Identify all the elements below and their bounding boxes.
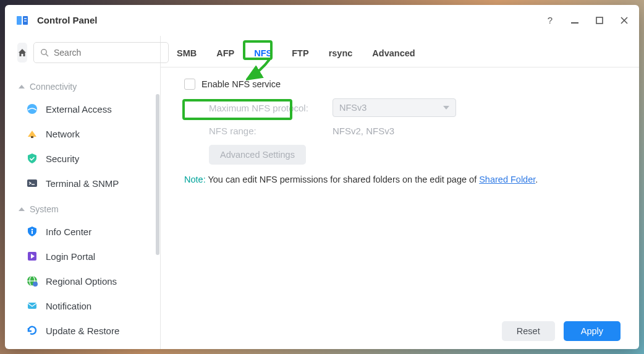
main: SMB AFP NFS FTP rsync Advanced Enable NF…	[161, 36, 639, 349]
sidebar-item-network[interactable]: Network	[5, 121, 160, 146]
search-box[interactable]	[33, 42, 169, 63]
svg-line-9	[46, 54, 48, 56]
app-icon	[15, 13, 30, 28]
content: Enable NFS service Maximum NFS protocol:…	[161, 67, 639, 313]
terminal-icon	[26, 177, 38, 189]
chevron-down-icon	[443, 106, 449, 110]
svg-rect-5	[596, 17, 603, 24]
sidebar-item-regional[interactable]: Regional Options	[5, 269, 160, 293]
advanced-settings-wrap: Advanced Settings	[209, 145, 621, 165]
sidebar-item-label: Info Center	[46, 227, 91, 237]
sidebar-item-login-portal[interactable]: Login Portal	[5, 244, 160, 269]
home-button[interactable]	[17, 43, 27, 63]
security-icon	[26, 152, 38, 165]
apply-button[interactable]: Apply	[564, 321, 621, 341]
tab-ftp[interactable]: FTP	[290, 46, 310, 61]
control-panel-window: Control Panel ? Connectivity	[5, 5, 639, 349]
sidebar-item-label: Terminal & SNMP	[46, 178, 119, 189]
sidebar-item-terminal[interactable]: Terminal & SNMP	[5, 171, 160, 196]
sidebar-item-label: Security	[46, 153, 79, 164]
sidebar: Connectivity External Access Network Sec…	[5, 36, 161, 349]
advanced-settings-button[interactable]: Advanced Settings	[209, 145, 306, 165]
svg-rect-2	[24, 18, 27, 19]
nfs-range-label: NFS range:	[209, 126, 333, 136]
tabs: SMB AFP NFS FTP rsync Advanced	[161, 36, 639, 67]
section-connectivity[interactable]: Connectivity	[5, 73, 160, 97]
nfs-range-value: NFSv2, NFSv3	[333, 126, 394, 136]
sidebar-item-notification[interactable]: Notification	[5, 293, 160, 318]
max-protocol-label: Maximum NFS protocol:	[209, 103, 333, 113]
svg-point-20	[33, 282, 38, 287]
section-label: Connectivity	[30, 82, 77, 92]
enable-nfs-checkbox[interactable]	[184, 79, 195, 90]
enable-nfs-label: Enable NFS service	[201, 79, 281, 89]
body: Connectivity External Access Network Sec…	[5, 36, 639, 349]
regional-icon	[26, 275, 38, 287]
section-label: System	[30, 204, 59, 214]
external-access-icon	[26, 103, 38, 115]
max-protocol-dropdown[interactable]: NFSv3	[333, 98, 456, 117]
svg-rect-15	[32, 231, 33, 234]
nfs-range-row: NFS range: NFSv2, NFSv3	[209, 126, 621, 136]
svg-rect-0	[17, 16, 22, 25]
sidebar-top	[5, 36, 160, 69]
enable-nfs-row: Enable NFS service	[184, 79, 621, 90]
sidebar-item-update[interactable]: Update & Restore	[5, 318, 160, 343]
svg-rect-21	[28, 303, 36, 309]
info-icon	[26, 225, 38, 238]
window-controls: ?	[545, 15, 629, 25]
dropdown-value: NFSv3	[339, 103, 366, 113]
footer: Reset Apply	[161, 313, 639, 349]
close-button[interactable]	[619, 15, 629, 25]
sidebar-item-label: Network	[46, 129, 80, 139]
chevron-up-icon	[19, 207, 25, 211]
svg-rect-3	[24, 20, 27, 22]
home-icon	[17, 48, 27, 58]
search-icon	[40, 48, 49, 57]
chevron-up-icon	[19, 85, 25, 88]
sidebar-scroll[interactable]: Connectivity External Access Network Sec…	[5, 69, 160, 349]
network-icon	[26, 127, 38, 140]
search-input[interactable]	[49, 48, 162, 58]
tab-smb[interactable]: SMB	[176, 46, 198, 61]
notification-icon	[26, 300, 38, 312]
svg-rect-4	[571, 22, 578, 24]
note-label: Note:	[184, 175, 206, 184]
svg-rect-12	[27, 179, 37, 187]
sidebar-item-info-center[interactable]: Info Center	[5, 219, 160, 244]
reset-button[interactable]: Reset	[502, 321, 555, 341]
note-tail: .	[535, 175, 538, 184]
scrollbar-thumb[interactable]	[156, 94, 159, 255]
sidebar-item-security[interactable]: Security	[5, 146, 160, 171]
sidebar-item-label: Notification	[46, 301, 91, 311]
tab-advanced[interactable]: Advanced	[371, 46, 416, 61]
portal-icon	[26, 250, 38, 262]
note-row: Note: You can edit NFS permissions for s…	[184, 175, 621, 184]
help-button[interactable]: ?	[545, 15, 555, 25]
scrollbar[interactable]	[155, 94, 160, 349]
max-protocol-row: Maximum NFS protocol: NFSv3	[209, 98, 621, 117]
minimize-button[interactable]	[570, 15, 580, 25]
note-text: You can edit NFS permissions for shared …	[206, 175, 480, 184]
section-system[interactable]: System	[5, 196, 160, 219]
tab-rsync[interactable]: rsync	[328, 46, 354, 61]
sidebar-item-external-access[interactable]: External Access	[5, 97, 160, 121]
shared-folder-link[interactable]: Shared Folder	[479, 175, 535, 184]
update-icon	[26, 324, 38, 337]
maximize-button[interactable]	[595, 15, 604, 25]
window-title: Control Panel	[37, 15, 545, 25]
tab-afp[interactable]: AFP	[215, 46, 235, 61]
sidebar-item-label: Login Portal	[46, 251, 95, 262]
sidebar-item-label: External Access	[46, 104, 112, 114]
sidebar-item-label: Regional Options	[46, 276, 117, 287]
svg-point-10	[27, 104, 37, 114]
svg-point-8	[41, 50, 46, 54]
svg-point-14	[32, 229, 33, 231]
tab-nfs[interactable]: NFS	[253, 46, 273, 61]
sidebar-item-label: Update & Restore	[46, 326, 119, 336]
svg-rect-11	[31, 136, 33, 138]
titlebar: Control Panel ?	[5, 5, 639, 36]
